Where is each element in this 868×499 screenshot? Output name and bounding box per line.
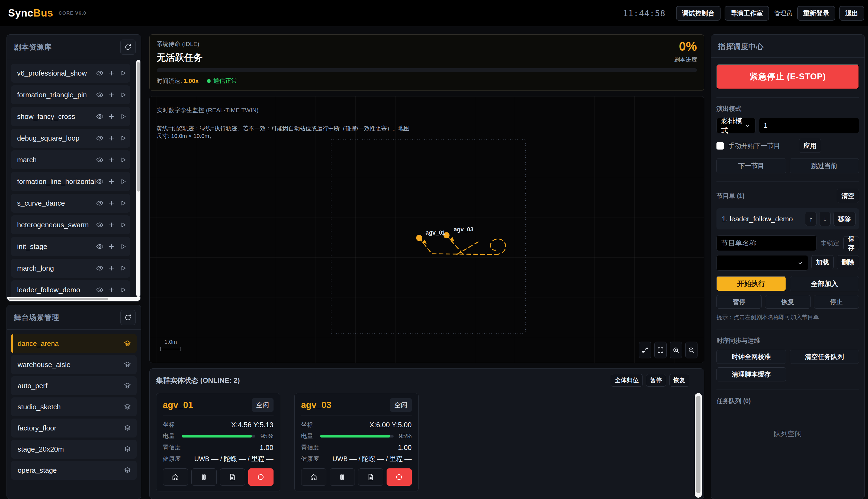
add-to-playlist-icon[interactable] bbox=[108, 243, 115, 250]
agv-pause-button[interactable] bbox=[330, 468, 355, 486]
next-program-button[interactable]: 下一节目 bbox=[716, 158, 786, 173]
clock-calibration-button[interactable]: 时钟全网校准 bbox=[716, 350, 786, 364]
preview-eye-icon[interactable] bbox=[96, 156, 104, 163]
add-to-playlist-icon[interactable] bbox=[108, 91, 115, 99]
library-vertical-scroll-thumb[interactable] bbox=[137, 62, 140, 192]
scene-item-dance-arena[interactable]: dance_arena bbox=[11, 334, 136, 353]
agv-home-button[interactable] bbox=[301, 468, 326, 486]
skip-current-button[interactable]: 跳过当前 bbox=[790, 158, 859, 173]
add-to-playlist-icon[interactable] bbox=[108, 178, 115, 185]
scene-item-auto-perf[interactable]: auto_perf bbox=[11, 376, 136, 395]
show-mode-select[interactable]: 彩排模式 bbox=[716, 118, 756, 133]
zoom-out-button[interactable] bbox=[685, 342, 698, 358]
agv-stop-button[interactable] bbox=[387, 468, 412, 486]
fleet-vertical-scroll-thumb[interactable] bbox=[696, 396, 701, 493]
save-playlist-button[interactable]: 保存 bbox=[843, 236, 859, 250]
play-script-icon[interactable] bbox=[119, 113, 127, 120]
manual-next-checkbox[interactable] bbox=[716, 142, 724, 149]
toggle-paths-button[interactable] bbox=[639, 342, 651, 358]
clear-script-cache-button[interactable]: 清理脚本缓存 bbox=[716, 367, 786, 381]
play-script-icon[interactable] bbox=[119, 264, 127, 272]
clear-playlist-button[interactable]: 清空 bbox=[837, 189, 859, 203]
agv-pause-button[interactable] bbox=[191, 468, 217, 486]
add-to-playlist-icon[interactable] bbox=[108, 69, 115, 77]
script-item[interactable]: leader_follow_demo bbox=[11, 280, 130, 299]
add-all-button[interactable]: 全部加入 bbox=[790, 276, 859, 291]
preview-eye-icon[interactable] bbox=[96, 199, 104, 207]
scene-refresh-button[interactable] bbox=[120, 310, 135, 325]
add-to-playlist-icon[interactable] bbox=[108, 221, 115, 229]
script-item[interactable]: init_stage bbox=[11, 237, 130, 256]
clear-task-queue-button[interactable]: 清空任务队列 bbox=[790, 350, 859, 364]
agv01-marker[interactable] bbox=[416, 235, 423, 241]
script-item[interactable]: heterogeneous_swarm bbox=[11, 215, 130, 234]
director-studio-button[interactable]: 导演工作室 bbox=[725, 6, 769, 21]
library-horizontal-scrollbar[interactable] bbox=[7, 297, 140, 301]
library-refresh-button[interactable] bbox=[120, 39, 135, 55]
play-script-icon[interactable] bbox=[119, 69, 127, 77]
preview-eye-icon[interactable] bbox=[96, 69, 104, 77]
fit-view-button[interactable] bbox=[654, 342, 667, 358]
exit-button[interactable]: 退出 bbox=[839, 6, 864, 21]
library-horizontal-scroll-thumb[interactable] bbox=[9, 298, 108, 300]
preview-eye-icon[interactable] bbox=[96, 134, 104, 142]
script-item[interactable]: s_curve_dance bbox=[11, 194, 130, 212]
scene-item-stage-20x20m[interactable]: stage_20x20m bbox=[11, 440, 136, 459]
preview-eye-icon[interactable] bbox=[96, 243, 104, 250]
play-script-icon[interactable] bbox=[119, 134, 127, 142]
play-script-icon[interactable] bbox=[119, 91, 127, 99]
agv-stop-button[interactable] bbox=[248, 468, 274, 486]
play-script-icon[interactable] bbox=[119, 199, 127, 207]
show-count-input[interactable] bbox=[759, 118, 859, 133]
remove-item-button[interactable]: 移除 bbox=[833, 212, 856, 226]
scene-item-opera-stage[interactable]: opera_stage bbox=[11, 461, 136, 480]
preview-eye-icon[interactable] bbox=[96, 113, 104, 120]
home-all-button[interactable]: 全体归位 bbox=[611, 374, 643, 387]
script-item[interactable]: formation_line_horizontal bbox=[11, 172, 130, 191]
script-item[interactable]: march bbox=[11, 150, 130, 169]
add-to-playlist-icon[interactable] bbox=[108, 264, 115, 272]
add-to-playlist-icon[interactable] bbox=[108, 199, 115, 207]
zoom-in-button[interactable] bbox=[670, 342, 682, 358]
scene-item-warehouse-aisle[interactable]: warehouse_aisle bbox=[11, 355, 136, 374]
playlist-name-input[interactable] bbox=[716, 235, 817, 251]
script-item[interactable]: march_long bbox=[11, 259, 130, 278]
play-script-icon[interactable] bbox=[119, 243, 127, 250]
preview-eye-icon[interactable] bbox=[96, 286, 104, 294]
script-item[interactable]: show_fancy_cross bbox=[11, 107, 130, 126]
preview-eye-icon[interactable] bbox=[96, 91, 104, 99]
move-up-button[interactable]: ↑ bbox=[805, 212, 817, 226]
add-to-playlist-icon[interactable] bbox=[108, 286, 115, 294]
preview-eye-icon[interactable] bbox=[96, 221, 104, 229]
add-to-playlist-icon[interactable] bbox=[108, 156, 115, 163]
move-down-button[interactable]: ↓ bbox=[819, 212, 831, 226]
playlist-item[interactable]: 1. leader_follow_demo ↑ ↓ 移除 bbox=[716, 208, 859, 230]
add-to-playlist-icon[interactable] bbox=[108, 134, 115, 142]
library-vertical-scrollbar[interactable] bbox=[136, 60, 140, 297]
scene-item-factory-floor[interactable]: factory_floor bbox=[11, 418, 136, 438]
stop-button[interactable]: 停止 bbox=[814, 295, 859, 308]
preview-eye-icon[interactable] bbox=[96, 178, 104, 185]
relogin-button[interactable]: 重新登录 bbox=[797, 6, 835, 21]
script-item[interactable]: v6_professional_show bbox=[11, 64, 130, 83]
agv-log-button[interactable] bbox=[220, 468, 245, 486]
fleet-pause-button[interactable]: 暂停 bbox=[646, 374, 666, 387]
start-execution-button[interactable]: 开始执行 bbox=[716, 276, 786, 291]
saved-playlist-select[interactable] bbox=[716, 255, 808, 271]
pause-button[interactable]: 暂停 bbox=[716, 295, 762, 308]
play-script-icon[interactable] bbox=[119, 221, 127, 229]
preview-eye-icon[interactable] bbox=[96, 264, 104, 272]
resume-button[interactable]: 恢复 bbox=[765, 295, 810, 308]
fleet-vertical-scrollbar[interactable] bbox=[695, 393, 702, 498]
debug-console-button[interactable]: 调试控制台 bbox=[676, 6, 721, 21]
agv-log-button[interactable] bbox=[358, 468, 383, 486]
delete-playlist-button[interactable]: 删除 bbox=[837, 255, 859, 269]
play-script-icon[interactable] bbox=[119, 156, 127, 163]
play-script-icon[interactable] bbox=[119, 286, 127, 294]
apply-button[interactable]: 应用 bbox=[799, 139, 821, 153]
scene-item-studio-sketch[interactable]: studio_sketch bbox=[11, 398, 136, 416]
add-to-playlist-icon[interactable] bbox=[108, 113, 115, 120]
load-playlist-button[interactable]: 加载 bbox=[811, 255, 834, 269]
fleet-resume-button[interactable]: 恢复 bbox=[669, 374, 689, 387]
estop-button[interactable]: 紧急停止 (E-STOP) bbox=[716, 64, 859, 89]
